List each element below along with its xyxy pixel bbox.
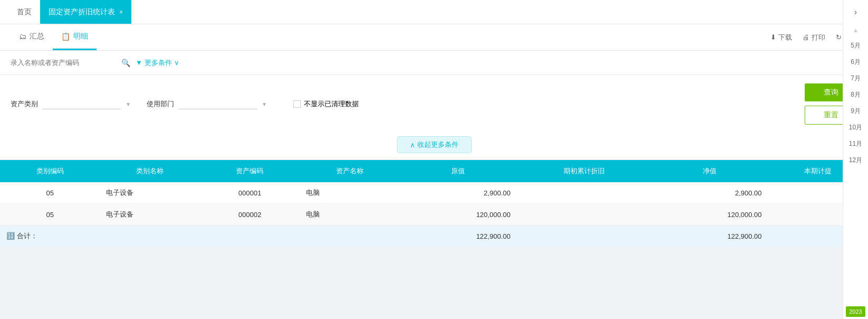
hide-cleared-filter: 不显示已清理数据	[293, 99, 359, 109]
right-panel-toggle[interactable]: ›	[854, 0, 857, 24]
collapse-button[interactable]: ∧ 收起更多条件	[397, 136, 472, 153]
more-filters-button[interactable]: ▼ 更多条件 ∨	[136, 58, 179, 68]
total-label-cell: 🔢 合计：	[0, 226, 300, 247]
data-table: 类别编码 类别名称 资产编码 资产名称 原值 期初累计折旧 净值 本期计提 05…	[0, 160, 868, 247]
top-nav: 首页 固定资产折旧统计表 × ✕	[0, 0, 868, 24]
tab-detail[interactable]: 📋 明细	[53, 24, 97, 50]
toolbar: 🗂 汇总 📋 明细 ⬇ 下载 🖨 打印 ↻ 刷新	[0, 24, 868, 51]
cell-code: 05	[0, 182, 100, 204]
month-item[interactable]: 5月	[845, 38, 866, 53]
cell-name: 电子设备	[100, 182, 199, 204]
search-icon[interactable]: 🔍	[121, 59, 130, 67]
right-panel: › ▲ 5月6月7月8月9月10月11月12月 2023	[843, 0, 868, 319]
cell-asset-code: 000002	[200, 204, 300, 226]
tab-close-icon[interactable]: ×	[119, 8, 123, 16]
cell-accum-dep	[517, 182, 651, 204]
refresh-icon: ↻	[836, 33, 842, 41]
year-badge[interactable]: 2023	[846, 306, 865, 317]
category-input[interactable]	[42, 99, 121, 109]
tab-detail-label: 明细	[73, 32, 88, 41]
total-icon: 🔢	[6, 232, 15, 240]
month-item[interactable]: 12月	[845, 153, 866, 168]
month-item[interactable]: 8月	[845, 87, 866, 102]
col-category-code: 类别编码	[0, 160, 100, 182]
month-item[interactable]: 11月	[845, 136, 866, 152]
col-original-value: 原值	[400, 160, 517, 182]
col-asset-name: 资产名称	[300, 160, 399, 182]
search-bar: 🔍 ▼ 更多条件 ∨	[0, 51, 868, 75]
cell-net-value: 2,900.00	[651, 182, 768, 204]
print-button[interactable]: 🖨 打印	[803, 33, 825, 42]
month-item[interactable]: 10月	[845, 120, 866, 135]
cell-original-value: 2,900.00	[400, 182, 517, 204]
category-dropdown-icon[interactable]: ▼	[126, 101, 131, 107]
collapse-icon: ∧	[410, 141, 415, 149]
total-row: 🔢 合计： 122,900.00 122,900.00	[0, 226, 868, 247]
hide-cleared-label: 不显示已清理数据	[304, 99, 359, 109]
department-label: 使用部门	[147, 99, 174, 109]
filter-row: 资产类别 ▼ 使用部门 ▼ 不显示已清理数据 查询 重置	[11, 83, 857, 125]
total-accum-dep	[517, 226, 651, 247]
filter-section: 资产类别 ▼ 使用部门 ▼ 不显示已清理数据 查询 重置	[0, 75, 868, 160]
col-category-name: 类别名称	[100, 160, 199, 182]
panel-up-arrow[interactable]: ▲	[851, 24, 861, 36]
home-tab[interactable]: 首页	[8, 0, 40, 24]
download-icon: ⬇	[770, 33, 776, 41]
cell-code: 05	[0, 204, 100, 226]
department-filter: 使用部门 ▼	[147, 99, 267, 109]
active-tab[interactable]: 固定资产折旧统计表 ×	[40, 0, 131, 24]
cell-accum-dep	[517, 204, 651, 226]
col-net-value: 净值	[651, 160, 768, 182]
active-tab-label: 固定资产折旧统计表	[49, 7, 115, 17]
cell-asset-name: 电脑	[300, 204, 399, 226]
department-input[interactable]	[178, 99, 257, 109]
category-filter: 资产类别 ▼	[11, 99, 131, 109]
total-asset-name	[300, 226, 399, 247]
cell-original-value: 120,000.00	[400, 204, 517, 226]
table-body: 05 电子设备 000001 电脑 2,900.00 2,900.00 05 电…	[0, 182, 868, 247]
download-button[interactable]: ⬇ 下载	[770, 33, 792, 42]
cell-asset-name: 电脑	[300, 182, 399, 204]
cell-net-value: 120,000.00	[651, 204, 768, 226]
month-item[interactable]: 9月	[845, 104, 866, 119]
filter-icon: ▼	[136, 59, 142, 67]
col-accum-depreciation: 期初累计折旧	[517, 160, 651, 182]
search-input[interactable]	[11, 59, 116, 67]
table-row: 05 电子设备 000001 电脑 2,900.00 2,900.00	[0, 182, 868, 204]
total-net-value: 122,900.00	[651, 226, 768, 247]
total-original-value: 122,900.00	[400, 226, 517, 247]
cell-asset-code: 000001	[200, 182, 300, 204]
table-header: 类别编码 类别名称 资产编码 资产名称 原值 期初累计折旧 净值 本期计提	[0, 160, 868, 182]
month-item[interactable]: 6月	[845, 54, 866, 70]
data-table-container: 类别编码 类别名称 资产编码 资产名称 原值 期初累计折旧 净值 本期计提 05…	[0, 160, 868, 247]
month-list: 5月6月7月8月9月10月11月12月	[845, 36, 866, 306]
chevron-down-icon: ∨	[174, 59, 179, 67]
table-row: 05 电子设备 000002 电脑 120,000.00 120,000.00	[0, 204, 868, 226]
tab-summary-label: 汇总	[30, 32, 44, 41]
detail-icon: 📋	[61, 32, 70, 41]
print-icon: 🖨	[803, 33, 809, 41]
col-asset-code: 资产编码	[200, 160, 300, 182]
tab-summary[interactable]: 🗂 汇总	[11, 24, 53, 50]
cell-name: 电子设备	[100, 204, 199, 226]
summary-icon: 🗂	[19, 32, 26, 41]
month-item[interactable]: 7月	[845, 71, 866, 86]
category-label: 资产类别	[11, 99, 38, 109]
department-dropdown-icon[interactable]: ▼	[262, 101, 267, 107]
hide-cleared-checkbox[interactable]	[293, 100, 301, 108]
